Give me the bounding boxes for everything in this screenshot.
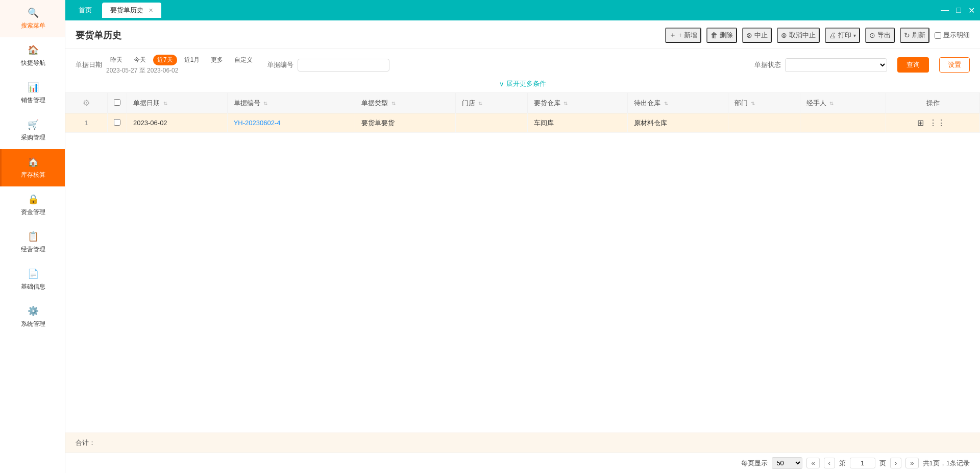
export-label: 导出 <box>877 31 891 40</box>
settings-button[interactable]: 设置 <box>939 57 970 73</box>
suspend-icon: ⊗ <box>746 31 752 39</box>
date-btn-custom[interactable]: 自定义 <box>230 55 257 65</box>
sort-pending-warehouse-icon[interactable]: ⇅ <box>664 101 668 106</box>
sidebar-label-quick-nav: 快捷导航 <box>21 59 45 67</box>
tab-requisition-history[interactable]: 要货单历史 ✕ <box>102 3 161 18</box>
row-checkbox[interactable] <box>114 119 120 126</box>
prev-page-btn[interactable]: ‹ <box>824 458 835 468</box>
pagination-summary: 共1页，1条记录 <box>923 459 970 468</box>
sidebar-icon-quick-nav: 🏠 <box>28 44 39 56</box>
th-store: 门店 ⇅ <box>455 93 527 113</box>
status-select[interactable] <box>785 58 887 72</box>
refresh-button[interactable]: ↻ 刷新 <box>900 28 929 43</box>
sidebar-item-inventory[interactable]: 🏠库存核算 <box>0 149 65 186</box>
page-title: 要货单历史 <box>76 29 121 41</box>
sidebar-icon-purchase: 🛒 <box>28 119 39 130</box>
sidebar-label-basic-info: 基础信息 <box>21 282 45 291</box>
window-minimize-btn[interactable]: — <box>941 6 949 15</box>
sidebar-icon-sales: 📊 <box>28 82 39 93</box>
sidebar-item-finance[interactable]: 🔒资金管理 <box>0 186 65 224</box>
display-detail-toggle[interactable]: 显示明细 <box>935 31 970 40</box>
row-handler <box>800 113 886 133</box>
window-close-btn[interactable]: ✕ <box>968 6 975 15</box>
date-btn-yesterday[interactable]: 昨天 <box>106 55 127 65</box>
sidebar-label-system: 系统管理 <box>21 320 45 328</box>
date-filter-buttons: 昨天 今天 近7天 近1月 更多 自定义 <box>106 55 257 65</box>
search-button[interactable]: 查询 <box>897 57 929 73</box>
sidebar-item-sales[interactable]: 📊销售管理 <box>0 75 65 112</box>
sidebar-icon-search-menu: 🔍 <box>28 7 39 18</box>
sidebar-item-quick-nav[interactable]: 🏠快捷导航 <box>0 37 65 75</box>
sort-req-warehouse-icon[interactable]: ⇅ <box>564 101 568 106</box>
select-all-checkbox[interactable] <box>114 99 120 106</box>
print-label: 打印 <box>838 31 851 40</box>
sidebar-label-search-menu: 搜索菜单 <box>21 21 45 30</box>
sidebar-item-purchase[interactable]: 🛒采购管理 <box>0 112 65 149</box>
display-detail-checkbox[interactable] <box>935 32 941 39</box>
th-checkbox <box>108 93 127 113</box>
row-pending-warehouse: 原材料仓库 <box>628 113 728 133</box>
date-btn-last7days[interactable]: 近7天 <box>153 55 177 65</box>
row-doc-number-link[interactable]: YH-20230602-4 <box>234 119 281 127</box>
sidebar-icon-operations: 📋 <box>28 231 39 242</box>
tab-bar-controls: — □ ✕ <box>941 6 975 15</box>
page-prefix: 第 <box>839 459 846 468</box>
cancel-suspend-button[interactable]: ⊗ 取消中止 <box>777 28 820 43</box>
status-label: 单据状态 <box>754 60 781 69</box>
export-button[interactable]: ⊙ 导出 <box>865 28 895 43</box>
expand-more-btn[interactable]: ∨ 展开更多条件 <box>499 79 546 88</box>
date-btn-more[interactable]: 更多 <box>207 55 227 65</box>
th-pending-warehouse: 待出仓库 ⇅ <box>628 93 728 113</box>
delete-icon: 🗑 <box>710 31 718 39</box>
sidebar-item-system[interactable]: ⚙️系统管理 <box>0 298 65 336</box>
tab-requisition-history-label: 要货单历史 <box>110 6 143 15</box>
row-view-icon[interactable]: ⊞ <box>917 119 924 127</box>
sort-handler-icon[interactable]: ⇅ <box>829 101 834 106</box>
delete-label: 删除 <box>720 31 733 40</box>
last-page-btn[interactable]: » <box>905 458 918 468</box>
window-maximize-btn[interactable]: □ <box>956 6 961 15</box>
tab-close-icon[interactable]: ✕ <box>149 7 153 14</box>
next-page-btn[interactable]: › <box>890 458 901 468</box>
row-more-icon[interactable]: ⋮⋮ <box>929 119 945 127</box>
sidebar-icon-finance: 🔒 <box>28 194 39 205</box>
filter-area: 单据日期 昨天 今天 近7天 近1月 更多 自定义 2023-05-27 至 2… <box>65 49 980 93</box>
table-footer: 合计： <box>65 433 980 453</box>
row-doc-date: 2023-06-02 <box>127 113 228 133</box>
sidebar-item-basic-info[interactable]: 📄基础信息 <box>0 261 65 298</box>
delete-button[interactable]: 🗑 删除 <box>706 28 737 43</box>
new-button[interactable]: ＋ + 新增 <box>665 28 701 43</box>
date-btn-last-month[interactable]: 近1月 <box>180 55 204 65</box>
suspend-button[interactable]: ⊗ 中止 <box>742 28 772 43</box>
sidebar-item-search-menu[interactable]: 🔍搜索菜单 <box>0 0 65 37</box>
date-filter-label: 单据日期 <box>76 60 102 69</box>
chevron-down-icon: ∨ <box>499 80 504 88</box>
sort-store-icon[interactable]: ⇅ <box>478 101 482 106</box>
date-filter: 单据日期 昨天 今天 近7天 近1月 更多 自定义 2023-05-27 至 2… <box>76 55 257 75</box>
th-doc-date: 单据日期 ⇅ <box>127 93 228 113</box>
sort-doc-number-icon[interactable]: ⇅ <box>263 101 267 106</box>
print-button[interactable]: 🖨 打印 ▾ <box>825 28 860 43</box>
th-doc-type: 单据类型 ⇅ <box>355 93 456 113</box>
toolbar: ＋ + 新增 🗑 删除 ⊗ 中止 ⊗ 取消中止 <box>665 28 970 43</box>
sidebar-label-purchase: 采购管理 <box>21 133 45 142</box>
row-department <box>728 113 800 133</box>
th-handler: 经手人 ⇅ <box>800 93 886 113</box>
pagination-area: 每页显示 50 10 20 100 « ‹ 第 页 › » 共1页，1条记录 <box>65 453 980 473</box>
sidebar-label-sales: 销售管理 <box>21 96 45 105</box>
print-dropdown-icon: ▾ <box>853 33 856 38</box>
date-btn-today[interactable]: 今天 <box>130 55 150 65</box>
per-page-select[interactable]: 50 10 20 100 <box>772 457 802 469</box>
doc-number-input[interactable] <box>298 59 389 72</box>
row-req-warehouse: 车间库 <box>527 113 628 133</box>
th-gear[interactable]: ⚙ <box>65 93 108 113</box>
sort-doc-type-icon[interactable]: ⇅ <box>391 101 396 106</box>
th-operation: 操作 <box>886 93 980 113</box>
first-page-btn[interactable]: « <box>806 458 819 468</box>
sort-department-icon[interactable]: ⇅ <box>751 101 755 106</box>
page-suffix: 页 <box>879 459 886 468</box>
sort-doc-date-icon[interactable]: ⇅ <box>163 101 167 106</box>
page-number-input[interactable] <box>850 458 875 468</box>
sidebar-item-operations[interactable]: 📋经营管理 <box>0 224 65 261</box>
tab-home[interactable]: 首页 <box>70 3 100 18</box>
